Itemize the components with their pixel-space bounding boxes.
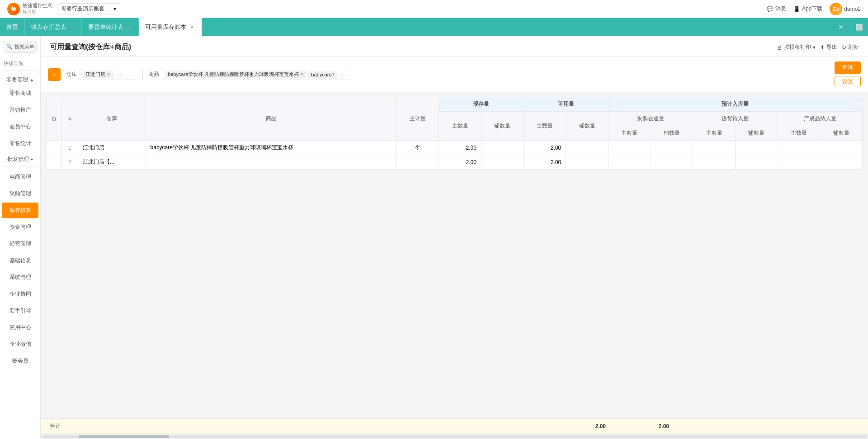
nav-tabs: 首页 收发存汇总表 ✕ 要货单统计表 ✕ 可用量库存账本 ✕ ✕ ⬜ — [0, 18, 868, 36]
sidebar-item-enterprise-collab[interactable]: 企业协同 — [2, 286, 38, 302]
row1-current-aux — [481, 141, 524, 155]
wholesale-chevron: ▾ — [31, 157, 33, 162]
horizontal-scrollbar[interactable] — [41, 434, 868, 439]
avatar: Ea — [830, 3, 842, 15]
th-forecast-in: 预计入库量 — [608, 97, 862, 112]
product-filter-label: 商品 — [148, 71, 159, 78]
th-current-stock: 现存量 — [439, 97, 524, 112]
tab-available-stock[interactable]: 可用量库存账本 ✕ — [139, 18, 202, 36]
sidebar-search-area: 🔍 搜索菜单 — [0, 36, 40, 57]
user-area[interactable]: Ea demo2 — [830, 3, 861, 15]
product-tag-1-remove[interactable]: ✕ — [300, 72, 304, 77]
row1-available-aux — [566, 141, 609, 155]
template-print-button[interactable]: 🖨 按模板打印 ▾ — [777, 43, 816, 51]
printer-icon: 🖨 — [777, 44, 782, 51]
industry-select-chevron: ▾ — [113, 6, 116, 12]
row1-current-main: 2.00 — [439, 141, 481, 155]
sidebar-item-basic-info[interactable]: 基础信息 — [2, 253, 38, 269]
sidebar-item-new-guide[interactable]: 新手引导 — [2, 303, 38, 319]
product-filter-tags[interactable]: babycare学饮杯 儿童防摔防撞吸管杯重力球吸嘴杯宝宝水杯 ✕ babyca… — [162, 69, 350, 80]
query-button[interactable]: 查询 — [835, 61, 861, 74]
sidebar-item-enterprise-wechat[interactable]: 企业微信 — [2, 336, 38, 352]
th-product: 商品 — [146, 97, 396, 141]
window-close-button[interactable]: ✕ — [832, 18, 850, 36]
sidebar-item-member-center[interactable]: 会员中心 — [2, 119, 38, 135]
footer-current-main: 2.00 — [570, 423, 606, 430]
footer-available-main: 2.00 — [633, 423, 669, 430]
row1-inbound-aux — [735, 141, 778, 155]
top-bar-left: 畅 畅捷通好生意 标准版 母婴行业演示账套 ▾ — [7, 3, 120, 15]
tab-receive-send[interactable]: 收发存汇总表 ✕ — [25, 18, 82, 36]
tab-order-stats[interactable]: 要货单统计表 ✕ — [82, 18, 139, 36]
footer-label: 合计 — [50, 422, 61, 430]
sidebar-item-retail-stats[interactable]: 零售统计 — [2, 136, 38, 151]
filter-actions: 查询 设置 — [835, 61, 861, 87]
warehouse-tag-remove[interactable]: ✕ — [107, 72, 110, 77]
gear-icon[interactable]: ⚙ — [51, 115, 57, 123]
settings-button[interactable]: 设置 — [835, 76, 861, 87]
tab-receive-send-close[interactable]: ✕ — [69, 24, 75, 31]
warehouse-more-button[interactable]: ··· — [115, 71, 123, 78]
th-settings[interactable]: ⚙ — [47, 97, 62, 141]
row1-product: babycare学饮杯 儿童防摔防撞吸管杯重力球吸嘴杯宝宝水杯 — [146, 141, 396, 155]
logo-text: 畅捷通好生意 — [23, 3, 52, 9]
row2-inbound-main — [693, 155, 736, 170]
top-bar-right: 💬 消息 📱 App下载 Ea demo2 — [767, 3, 861, 15]
app-download-button[interactable]: 📱 App下载 — [793, 5, 822, 13]
row2-serial: 2 — [62, 155, 78, 170]
data-table: ⚙ # 仓库 商品 主计量 现存量 可用量 预计入库量 主数量 辅数量 主数量 — [46, 97, 863, 170]
sidebar-search-label: 搜索菜单 — [14, 43, 34, 50]
sidebar-item-ops[interactable]: 经营管理 — [2, 236, 38, 252]
th-current-main: 主数量 — [439, 112, 481, 141]
window-maximize-button[interactable]: ⬜ — [850, 18, 868, 36]
warehouse-filter-tags[interactable]: 江北门店 ✕ ··· — [80, 69, 143, 80]
tab-order-stats-close[interactable]: ✕ — [126, 24, 132, 31]
th-inbound-main: 主数量 — [693, 126, 736, 141]
sidebar-item-marketing[interactable]: 营销推广 — [2, 102, 38, 118]
row2-purchase-main — [608, 155, 651, 170]
retail-chevron: ▲ — [30, 77, 34, 82]
row1-available-main: 2.00 — [524, 141, 566, 155]
content-area: 可用量查询(按仓库+商品) 🖨 按模板打印 ▾ ⬆ 导出 ↻ 刷新 » — [41, 36, 868, 439]
logo-text-block: 畅捷通好生意 标准版 — [23, 3, 52, 15]
sidebar-item-ecommerce[interactable]: 电商管理 — [2, 169, 38, 185]
sidebar-item-sys-mgmt[interactable]: 系统管理 — [2, 269, 38, 285]
export-label: 导出 — [826, 43, 837, 51]
sidebar-item-finance[interactable]: 资金管理 — [2, 219, 38, 235]
product-tag-2-value: babycare? — [311, 72, 334, 77]
quick-nav-label: 快捷导航 — [0, 57, 40, 68]
product-more-button[interactable]: ··· — [339, 71, 347, 78]
export-button[interactable]: ⬆ 导出 — [820, 43, 837, 51]
sidebar-item-purchase[interactable]: 采购管理 — [2, 186, 38, 202]
sidebar-section-wholesale[interactable]: 批发管理 ▾ — [0, 152, 40, 165]
nav-spacer — [202, 18, 832, 36]
row1-production-main — [778, 141, 820, 155]
username: demo2 — [844, 6, 861, 12]
sidebar-search-button[interactable]: 🔍 搜索菜单 — [4, 41, 37, 53]
row2-current-main: 2.00 — [439, 155, 481, 170]
row1-inbound-main — [693, 141, 736, 155]
sidebar-item-app-center[interactable]: 应用中心 — [2, 320, 38, 335]
warehouse-filter-group: 仓库 江北门店 ✕ ··· — [66, 69, 143, 80]
tab-available-stock-close[interactable]: ✕ — [189, 24, 195, 31]
tab-home[interactable]: 首页 — [0, 18, 25, 36]
row2-inbound-aux — [735, 155, 778, 170]
scroll-thumb[interactable] — [79, 435, 169, 438]
product-filter-group: 商品 babycare学饮杯 儿童防摔防撞吸管杯重力球吸嘴杯宝宝水杯 ✕ bab… — [148, 69, 350, 80]
template-print-label: 按模板打印 — [784, 43, 811, 51]
row2-production-main — [778, 155, 820, 170]
th-production-aux: 辅数量 — [820, 126, 863, 141]
sidebar-item-member[interactable]: 畅会员 — [2, 353, 38, 369]
product-tag-1: babycare学饮杯 儿童防摔防撞吸管杯重力球吸嘴杯宝宝水杯 ✕ — [165, 71, 307, 78]
industry-select[interactable]: 母婴行业演示账套 ▾ — [57, 3, 120, 14]
logo-sub: 标准版 — [23, 9, 52, 15]
message-button[interactable]: 💬 消息 — [767, 5, 786, 13]
refresh-button[interactable]: ↻ 刷新 — [842, 43, 859, 51]
top-bar: 畅 畅捷通好生意 标准版 母婴行业演示账套 ▾ 💬 消息 📱 App下载 Ea … — [0, 0, 868, 18]
filter-expand-button[interactable]: » — [48, 68, 61, 81]
sidebar-item-stock-check[interactable]: 库存核算 — [2, 203, 38, 218]
sidebar-section-retail[interactable]: 零售管理 ▲ — [0, 72, 40, 85]
main-layout: 🔍 搜索菜单 快捷导航 零售管理 ▲ 零售商城 营销推广 会员中心 零售统计 批… — [0, 36, 868, 439]
row2-unit — [396, 155, 439, 170]
sidebar-item-retail-mall[interactable]: 零售商城 — [2, 85, 38, 101]
